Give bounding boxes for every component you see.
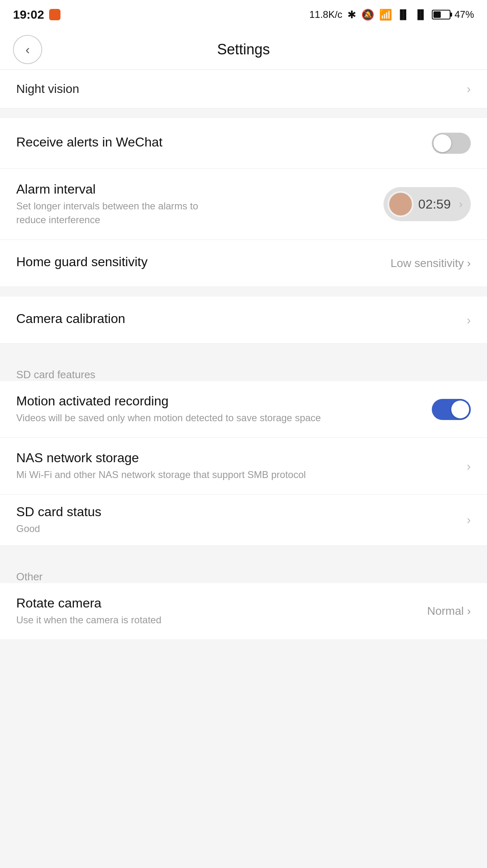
motion-recording-right <box>432 399 471 420</box>
divider-2 <box>0 287 487 297</box>
motion-recording-label: Motion activated recording <box>16 394 422 409</box>
rotate-camera-sublabel: Use it when the camera is rotated <box>16 613 417 627</box>
receive-alerts-toggle[interactable] <box>432 133 471 154</box>
top-nav: ‹ Settings <box>0 29 487 70</box>
camera-calibration-label: Camera calibration <box>16 311 457 326</box>
sd-card-status-label: SD card status <box>16 504 457 519</box>
sd-card-status-row[interactable]: SD card status Good › <box>0 495 487 546</box>
night-vision-label: Night vision <box>16 82 79 96</box>
status-bar: 19:02 11.8K/c ✱ 🔕 📶 ▐▌ ▐▌ 47% <box>0 0 487 29</box>
camera-calibration-chevron-icon: › <box>467 313 471 327</box>
rotate-camera-label: Rotate camera <box>16 596 417 611</box>
camera-calibration-right: › <box>467 313 471 327</box>
rotate-camera-right: Normal › <box>427 605 471 618</box>
timer-value: 02:59 <box>418 197 451 212</box>
timer-chevron-icon: › <box>459 198 463 211</box>
rotate-camera-content: Rotate camera Use it when the camera is … <box>16 596 417 627</box>
nas-storage-row[interactable]: NAS network storage Mi Wi-Fi and other N… <box>0 438 487 495</box>
camera-calibration-content: Camera calibration <box>16 311 457 329</box>
motion-recording-row[interactable]: Motion activated recording Videos will b… <box>0 381 487 438</box>
other-section-header: Other <box>0 559 487 583</box>
timer-pill[interactable]: 02:59 › <box>384 187 471 221</box>
nas-storage-content: NAS network storage Mi Wi-Fi and other N… <box>16 450 457 482</box>
receive-alerts-row[interactable]: Receive alerts in WeChat <box>0 118 487 169</box>
rotate-camera-chevron-icon: › <box>467 605 471 618</box>
sd-card-status-content: SD card status Good <box>16 504 457 536</box>
back-button[interactable]: ‹ <box>13 35 42 64</box>
receive-alerts-right <box>432 133 471 154</box>
alarm-interval-label: Alarm interval <box>16 182 384 197</box>
notification-icon <box>49 9 60 20</box>
sd-section-label: SD card features <box>16 368 95 381</box>
mute-icon: 🔕 <box>361 9 374 21</box>
status-icons: 11.8K/c ✱ 🔕 📶 ▐▌ ▐▌ 47% <box>309 9 474 21</box>
sd-section-header: SD card features <box>0 357 487 381</box>
section-gap-sd <box>0 344 487 357</box>
home-guard-label: Home guard sensitivity <box>16 254 381 269</box>
sd-card-status-right: › <box>467 513 471 527</box>
wifi-icon: 📶 <box>379 9 392 21</box>
alarm-interval-row[interactable]: Alarm interval Set longer intervals betw… <box>0 169 487 240</box>
nas-storage-sublabel: Mi Wi-Fi and other NAS network storage t… <box>16 468 457 482</box>
back-arrow-icon: ‹ <box>26 43 30 56</box>
home-guard-value: Low sensitivity <box>390 257 464 270</box>
battery-percent: 47% <box>455 9 474 20</box>
battery-indicator: 47% <box>432 9 474 20</box>
network-speed: 11.8K/c <box>309 9 342 20</box>
signal-icon-2: ▐▌ <box>414 9 427 20</box>
section-gap-other <box>0 546 487 559</box>
home-guard-content: Home guard sensitivity <box>16 254 381 272</box>
night-vision-chevron: › <box>467 82 471 96</box>
bottom-padding <box>0 640 487 721</box>
home-guard-right: Low sensitivity › <box>390 257 471 270</box>
rotate-camera-value: Normal <box>427 605 463 618</box>
motion-recording-toggle[interactable] <box>432 399 471 420</box>
nas-storage-label: NAS network storage <box>16 450 457 465</box>
nas-storage-right: › <box>467 459 471 473</box>
nas-storage-chevron-icon: › <box>467 459 471 473</box>
alarm-right: 02:59 › <box>384 187 471 221</box>
receive-alerts-content: Receive alerts in WeChat <box>16 135 422 152</box>
divider-1 <box>0 108 487 118</box>
motion-recording-sublabel: Videos will be saved only when motion de… <box>16 411 422 425</box>
rotate-camera-row[interactable]: Rotate camera Use it when the camera is … <box>0 583 487 640</box>
signal-icon-1: ▐▌ <box>397 9 409 20</box>
sd-card-status-value: Good <box>16 522 457 536</box>
timer-knob-icon <box>388 191 414 217</box>
receive-alerts-label: Receive alerts in WeChat <box>16 135 422 150</box>
motion-toggle-knob <box>451 401 469 418</box>
home-guard-value-container: Low sensitivity › <box>390 257 471 270</box>
camera-calibration-row[interactable]: Camera calibration › <box>0 297 487 344</box>
status-time: 19:02 <box>13 8 44 22</box>
home-guard-chevron-icon: › <box>467 257 471 270</box>
motion-recording-content: Motion activated recording Videos will b… <box>16 394 422 425</box>
home-guard-row[interactable]: Home guard sensitivity Low sensitivity › <box>0 240 487 287</box>
other-section-label: Other <box>16 571 43 583</box>
bluetooth-icon: ✱ <box>347 9 356 21</box>
sd-card-status-chevron-icon: › <box>467 513 471 527</box>
rotate-camera-value-container: Normal › <box>427 605 471 618</box>
alarm-left: Alarm interval Set longer intervals betw… <box>16 182 384 226</box>
toggle-knob <box>433 134 451 152</box>
page-title: Settings <box>217 41 270 58</box>
alarm-interval-sublabel: Set longer intervals between the alarms … <box>16 199 227 226</box>
settings-container: Night vision › Receive alerts in WeChat … <box>0 70 487 721</box>
night-vision-row[interactable]: Night vision › <box>0 70 487 108</box>
